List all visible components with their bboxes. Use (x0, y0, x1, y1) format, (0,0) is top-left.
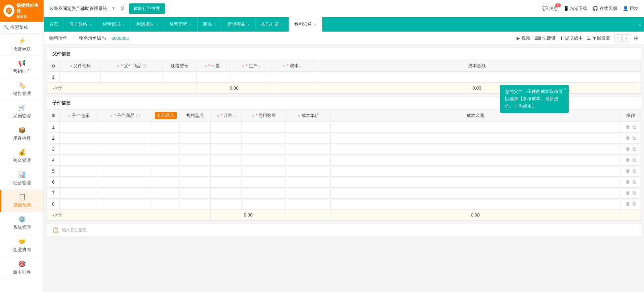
tab-new-product[interactable]: 新增商品 × (222, 17, 255, 32)
single-settings-action[interactable]: ☰ 单据设置 (587, 35, 610, 41)
tab-history[interactable]: 经营历程 × (164, 17, 197, 32)
sidebar-item-basic-info[interactable]: 📋 基础信息 (0, 190, 44, 212)
child-row-1-qty[interactable] (242, 122, 286, 133)
child-row-1-unit-cost[interactable] (286, 122, 331, 133)
sidebar-item-inventory[interactable]: 📦 库存核算 (0, 123, 44, 145)
sort-unit[interactable]: ⇅ (204, 64, 207, 68)
copy-icon[interactable]: ⧉ (632, 135, 636, 141)
child-sort-qty[interactable]: ⇅ (252, 114, 255, 118)
sidebar-item-newbie[interactable]: 🎯 新手引导 (0, 257, 44, 279)
child-sort-unit-cost[interactable]: ⇅ (298, 114, 300, 118)
child-row-1-amount[interactable] (331, 122, 620, 133)
parent-product-cell[interactable] (101, 72, 162, 83)
app-download-action[interactable]: 📱 App下载 (564, 5, 587, 12)
child-row-2-qty[interactable] (242, 133, 286, 144)
sidebar-item-system[interactable]: ⚙️ 系统管理 (0, 212, 44, 234)
child-row-2-unit-cost[interactable] (286, 133, 331, 144)
child-row-2-spec[interactable] (180, 133, 211, 144)
tabs-close-all[interactable]: × (636, 18, 644, 31)
child-col-settings[interactable]: ⚙ (47, 109, 60, 122)
parent-production-cell[interactable] (231, 72, 272, 83)
tab-customer[interactable]: 客户联络 × (64, 17, 97, 32)
tooltip-close-btn[interactable]: × (564, 86, 567, 93)
grid-icon[interactable]: ⊞ (634, 35, 639, 42)
delete-icon[interactable]: 🗑 (626, 146, 630, 152)
delete-icon[interactable]: 🗑 (626, 168, 630, 174)
child-row-1-spec[interactable] (180, 122, 211, 133)
tab-profit[interactable]: 利润报告 × (131, 17, 164, 32)
copy-icon[interactable]: ⧉ (632, 146, 636, 152)
extract-cost-action[interactable]: ⬆ 提取成本 (560, 35, 583, 41)
sidebar-item-purchase[interactable]: 🛒 采购管理 (0, 101, 44, 123)
sidebar-item-sales[interactable]: 🏷️ 销售管理 (0, 78, 44, 101)
tab-operation[interactable]: 经营情况 × (97, 17, 131, 32)
shortcut-action[interactable]: ⌨ 快捷键 (534, 35, 556, 41)
copy-icon[interactable]: ⧉ (632, 124, 636, 130)
tab-new-product-close[interactable]: × (247, 22, 249, 26)
child-row-2-amount[interactable] (331, 133, 620, 144)
parent-spec-cell[interactable] (162, 72, 197, 83)
delete-icon[interactable]: 🗑 (626, 124, 630, 130)
child-row-2-action: 🗑 ⧉ (620, 133, 641, 144)
main-area: 装备及固定资产辅助管理系统 ▼ ⚙ 体验行业方案 💬 消息 6 📱 App下载 … (44, 0, 644, 292)
child-row-1-unit[interactable] (211, 122, 242, 133)
parent-cost-cell[interactable] (272, 72, 313, 83)
child-row-1-warehouse[interactable] (60, 122, 97, 133)
message-action[interactable]: 💬 消息 6 (542, 5, 558, 12)
sidebar-item-finance[interactable]: 💰 资金管理 (0, 145, 44, 167)
child-row-2-warehouse[interactable] (60, 133, 97, 144)
child-sort-warehouse[interactable]: ⇅ (68, 114, 71, 118)
sort-product[interactable]: ⇅ (117, 64, 120, 68)
delete-icon[interactable]: 🗑 (626, 201, 630, 207)
sidebar-item-operations[interactable]: 📊 经营管理 (0, 167, 44, 190)
tab-product-close[interactable]: × (214, 22, 216, 26)
child-row-1-product[interactable] (97, 122, 152, 133)
parent-cost-label: 成本... (290, 63, 302, 68)
tab-home[interactable]: 首页 (44, 17, 64, 32)
view-action[interactable]: ▶ 视频 (517, 35, 530, 41)
delete-icon[interactable]: 🗑 (626, 190, 630, 196)
sidebar-item-quick-nav[interactable]: ⚡ 快捷导航 (0, 34, 44, 56)
parent-amount-cell[interactable] (313, 72, 641, 83)
child-row-2-unit[interactable] (211, 133, 242, 144)
scan-button[interactable]: 扫码录入 (155, 112, 177, 119)
trial-button[interactable]: 体验行业方案 (129, 3, 165, 14)
copy-icon[interactable]: ⧉ (632, 179, 636, 185)
delete-icon[interactable]: 🗑 (626, 157, 630, 163)
next-arrow[interactable]: › (622, 34, 630, 42)
delete-icon[interactable]: 🗑 (626, 135, 630, 141)
tab-operation-close[interactable]: × (123, 22, 125, 26)
sort-production[interactable]: ⇅ (242, 64, 245, 68)
copy-icon[interactable]: ⧉ (632, 168, 636, 174)
breadcrumb-bom[interactable]: 物料清单 (49, 35, 67, 41)
tab-bom-close[interactable]: × (314, 22, 316, 26)
delete-icon[interactable]: 🗑 (626, 179, 630, 185)
parent-warehouse-cell[interactable] (60, 72, 101, 83)
parent-col-settings[interactable]: ⚙ (47, 60, 60, 72)
prev-arrow[interactable]: ‹ (614, 34, 622, 42)
sort-warehouse[interactable]: ⇅ (70, 64, 72, 68)
tab-history-close[interactable]: × (189, 22, 191, 26)
sort-cost[interactable]: ⇅ (283, 64, 286, 68)
copy-icon[interactable]: ⧉ (632, 157, 636, 163)
sidebar-item-marketing[interactable]: 📢 营销推广 (0, 56, 44, 78)
child-sort-product[interactable]: ⇅ (110, 114, 113, 118)
settings-btn[interactable]: ⚙ (120, 5, 125, 12)
dropdown-icon[interactable]: ▼ (111, 6, 116, 11)
copy-icon[interactable]: ⧉ (632, 190, 636, 196)
online-service-action[interactable]: 🎧 在线客服 (593, 5, 617, 12)
tab-barcode[interactable]: 条码方案 × (256, 17, 289, 32)
copy-icon[interactable]: ⧉ (632, 201, 636, 207)
sidebar-search[interactable]: 🔍 搜索菜单 (0, 22, 44, 34)
tab-product[interactable]: 商品 × (198, 17, 222, 32)
child-row-2-product[interactable] (97, 133, 152, 144)
child-sort-unit[interactable]: ⇅ (216, 114, 219, 118)
tab-barcode-close[interactable]: × (281, 22, 283, 26)
tab-profit-close[interactable]: × (156, 22, 158, 26)
child-col-scan[interactable]: 扫码录入 (152, 109, 180, 122)
tab-customer-close[interactable]: × (89, 22, 91, 26)
user-action[interactable]: 👤 用友 (623, 5, 639, 12)
parent-unit-cell[interactable] (197, 72, 231, 83)
tab-bom[interactable]: 物料清单 × (289, 17, 322, 32)
sidebar-item-enterprise[interactable]: 🤝 企业协同 (0, 234, 44, 257)
